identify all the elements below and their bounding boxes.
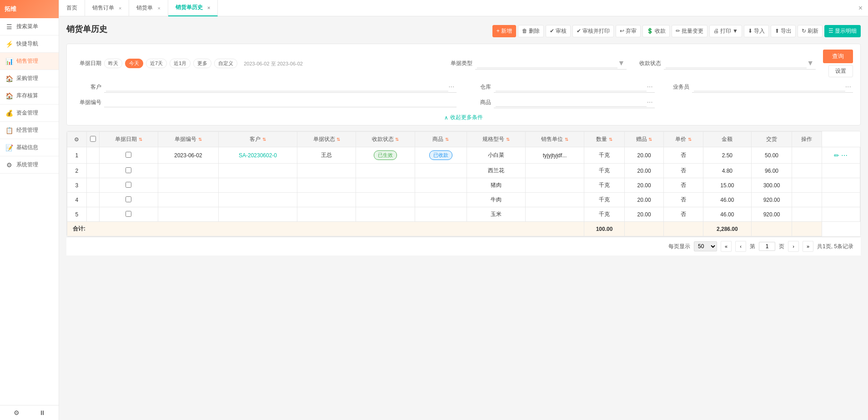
tab-sales-goods[interactable]: 销货单 × <box>129 0 168 16</box>
filter-customer-input[interactable] <box>106 82 448 91</box>
filter-paystatus-input[interactable] <box>666 59 807 68</box>
col-docstatus[interactable]: 单据状态 ⇅ <box>297 132 356 147</box>
query-button[interactable]: 查询 <box>823 50 853 63</box>
batch-change-button[interactable]: ✏ 批量变更 <box>672 25 707 37</box>
filter-doctype-input[interactable] <box>477 59 618 68</box>
select-all-checkbox[interactable] <box>90 136 96 142</box>
sidebar-item-finance-mgmt[interactable]: 💰 资金管理 <box>0 105 59 122</box>
sidebar-item-quick-nav[interactable]: ⚡ 快捷导航 <box>0 35 59 53</box>
date-btn-yesterday[interactable]: 昨天 <box>104 59 122 68</box>
sidebar-item-sales-mgmt[interactable]: 📊 销售管理 <box>0 53 59 70</box>
row-checkbox-5[interactable] <box>125 211 131 217</box>
row-checkbox-1[interactable] <box>125 152 131 158</box>
col-paystatus[interactable]: 收款状态 ⇅ <box>356 132 415 147</box>
doctype-dropdown-icon[interactable]: ▼ <box>617 59 625 67</box>
page-header: 销货单历史 + 新增 🗑 删除 ✔ 审核 ✔ 审核并打印 ↩ 弃审 <box>66 24 861 40</box>
col-gear[interactable]: ⚙ <box>67 132 87 147</box>
sidebar-item-label: 基础信息 <box>16 144 38 151</box>
export-button[interactable]: ⬆ 导出 <box>771 25 796 37</box>
customer-dots-icon[interactable]: ··· <box>448 83 454 91</box>
export-icon: ⬆ <box>775 28 779 34</box>
edit-icon[interactable]: ✏ <box>834 152 839 159</box>
more-icon[interactable]: ⋯ <box>841 152 848 159</box>
abandon-button[interactable]: ↩ 弃审 <box>616 25 641 37</box>
col-qty[interactable]: 数量 ⇅ <box>584 132 625 147</box>
tab-sales-history[interactable]: 销货单历史 × <box>168 0 218 16</box>
salesperson-dots-icon[interactable]: ··· <box>845 83 851 91</box>
warehouse-dots-icon[interactable]: ··· <box>647 83 652 91</box>
first-page-button[interactable]: « <box>721 241 732 252</box>
sidebar-item-basic-info[interactable]: 📝 基础信息 <box>0 139 59 156</box>
col-price[interactable]: 单价 ⇅ <box>664 132 703 147</box>
setting-button[interactable]: 设置 <box>828 65 853 77</box>
row-unit: 千克 <box>584 193 625 207</box>
sidebar-item-ops-mgmt[interactable]: 📋 经营管理 <box>0 122 59 139</box>
filter-docno-input[interactable] <box>104 98 457 107</box>
new-button[interactable]: + 新增 <box>492 25 516 37</box>
total-info: 共1页, 5条记录 <box>817 243 853 250</box>
row-number: 4 <box>67 193 87 207</box>
date-btn-more[interactable]: 更多 <box>193 59 211 68</box>
window-close-button[interactable]: × <box>853 4 868 12</box>
col-goods[interactable]: 商品 ⇅ <box>415 132 467 147</box>
sidebar-item-search-menu[interactable]: ☰ 搜索菜单 <box>0 18 59 35</box>
row-paystatus <box>415 178 467 193</box>
goods-dots-icon[interactable]: ··· <box>647 98 652 106</box>
row-gift: 否 <box>664 147 703 164</box>
col-docno[interactable]: 单据编号 ⇅ <box>158 132 219 147</box>
sales-mgmt-icon: 📊 <box>5 58 13 65</box>
per-page-select[interactable]: 20 50 100 <box>694 241 717 251</box>
date-btn-today[interactable]: 今天 <box>125 59 143 68</box>
row-checkbox-2[interactable] <box>125 167 131 173</box>
sidebar-bottom: ⚙ ⏸ <box>0 405 59 420</box>
col-spec[interactable]: 规格型号 ⇅ <box>467 132 525 147</box>
filter-section: 单据日期 昨天 今天 近7天 近1月 更多 自定义 2023-06-02 至 2… <box>66 44 861 125</box>
prev-page-button[interactable]: ‹ <box>735 241 746 252</box>
date-btn-1month[interactable]: 近1月 <box>170 59 191 68</box>
refresh-button[interactable]: ↻ 刷新 <box>798 25 823 37</box>
row-checkbox-3[interactable] <box>125 182 131 188</box>
last-page-button[interactable]: » <box>803 241 813 252</box>
tab-home[interactable]: 首页 <box>59 0 85 16</box>
row-trade <box>792 193 822 207</box>
row-checkbox-4[interactable] <box>125 196 131 202</box>
summary-trade <box>752 222 792 236</box>
sidebar-item-purchase-mgmt[interactable]: 🏠 采购管理 <box>0 70 59 87</box>
col-date[interactable]: 单据日期 ⇅ <box>99 132 158 147</box>
col-gift[interactable]: 赠品 ⇅ <box>624 132 663 147</box>
finance-mgmt-icon: 💰 <box>5 110 13 117</box>
status-badge: 已生效 <box>374 150 397 160</box>
delete-button[interactable]: 🗑 删除 <box>518 25 544 37</box>
filter-goods-input[interactable] <box>496 97 647 107</box>
row-amount: 96.00 <box>752 164 792 178</box>
sort-date-icon: ⇅ <box>139 137 142 142</box>
tab-close-sales-history[interactable]: × <box>207 5 210 10</box>
col-trade: 交货 <box>752 132 792 147</box>
audit-print-button[interactable]: ✔ 审核并打印 <box>572 25 614 37</box>
sidebar-item-label: 快捷导航 <box>16 40 38 48</box>
next-page-button[interactable]: › <box>788 241 799 252</box>
import-button[interactable]: ⬇ 导入 <box>744 25 769 37</box>
filter-salesperson-input[interactable] <box>694 82 845 91</box>
sidebar-item-inventory[interactable]: 🏠 库存核算 <box>0 87 59 105</box>
audit-button[interactable]: ✔ 审核 <box>546 25 571 37</box>
print-button[interactable]: 🖨 打印 ▼ <box>709 25 742 37</box>
tab-sales-order[interactable]: 销售订单 × <box>85 0 129 16</box>
tab-close-sales-order[interactable]: × <box>119 5 121 11</box>
col-unit[interactable]: 销售单位 ⇅ <box>525 132 584 147</box>
date-btn-custom[interactable]: 自定义 <box>214 59 237 68</box>
sidebar-settings-icon[interactable]: ⚙ <box>14 409 20 416</box>
display-button[interactable]: ☰ 显示明细 <box>824 25 861 37</box>
filter-warehouse-input[interactable] <box>496 82 647 91</box>
page-number-input[interactable] <box>759 242 775 251</box>
paystatus-dropdown-icon[interactable]: ▼ <box>807 59 814 67</box>
receive-button[interactable]: 💲 收款 <box>642 25 670 37</box>
doc-no-link[interactable]: SA-20230602-0 <box>239 152 277 159</box>
sidebar-pause-icon[interactable]: ⏸ <box>39 409 45 416</box>
col-customer[interactable]: 客户 ⇅ <box>218 132 297 147</box>
date-btn-7days[interactable]: 近7天 <box>146 59 167 68</box>
tab-close-sales-goods[interactable]: × <box>157 5 160 11</box>
row-unit: 千克 <box>584 164 625 178</box>
sidebar-item-sys-mgmt[interactable]: ⚙ 系统管理 <box>0 156 59 174</box>
collapse-button[interactable]: ∧ 收起更多条件 <box>74 112 853 123</box>
